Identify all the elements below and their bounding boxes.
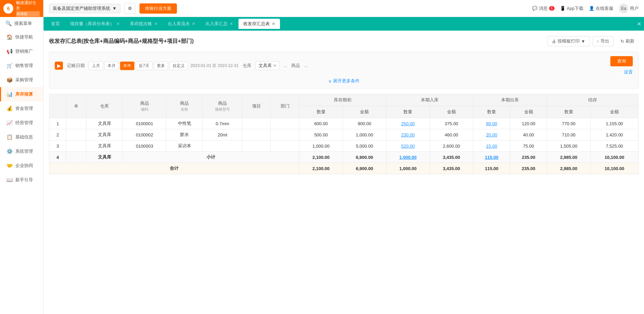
refresh-button[interactable]: ↻ 刷新 [616, 36, 639, 46]
print-button[interactable]: 🖨 按模板打印 ▼ [547, 36, 590, 46]
cell-in-qty[interactable]: 230.00 [386, 129, 430, 141]
th-department: 部门 [271, 94, 299, 118]
tab-stock-dist[interactable]: 现存量（库存分布表） ✕ [65, 19, 125, 29]
sidebar-item-system[interactable]: ⚙️ 系统管理 [0, 144, 43, 159]
tabbar: 首页 现存量（库存分布表） ✕ 库存批次账 ✕ 出入库流水 ✕ 出入库汇总 ✕ … [44, 17, 644, 31]
marketing-icon: 📢 [6, 48, 13, 54]
main-area: 装备及固定资产辅助管理系统 ▼ ⚙ 体验行业方案 💬 消息 6 📱 App下载 … [44, 0, 644, 314]
message-icon: 💬 [532, 6, 538, 11]
cell-out-qty[interactable]: 20.00 [473, 129, 510, 141]
cell-settings [66, 118, 86, 129]
system-name: 装备及固定资产辅助管理系统 [53, 5, 110, 12]
table-row: 3 文具库 0100003 采访本 1,000.00 5,000.00 520.… [49, 141, 639, 152]
cell-sub-in-qty: 1,000.00 [386, 152, 430, 163]
tab-close-icon[interactable]: ✕ [230, 21, 233, 26]
total-open-amt: 6,900.00 [343, 163, 386, 174]
cell-sub-label: 小计 [123, 152, 299, 163]
chevron-down-icon: ▼ [112, 6, 117, 11]
sidebar-item-collab[interactable]: 🤝 企业协同 [0, 159, 43, 173]
date-btn-7days[interactable]: 近7天 [136, 62, 152, 70]
tab-label: 库存批次账 [130, 21, 152, 27]
cell-rownum: 2 [49, 129, 66, 141]
cell-dept [271, 118, 299, 129]
message-badge: 6 [549, 6, 555, 11]
cell-in-qty[interactable]: 250.00 [386, 118, 430, 129]
system-selector[interactable]: 装备及固定资产辅助管理系统 ▼ [49, 4, 120, 13]
search-icon: 🔍 [5, 20, 12, 27]
sidebar-item-purchase[interactable]: 📦 采购管理 [0, 73, 43, 87]
sidebar-item-guide[interactable]: 📖 新手引导 [0, 173, 43, 187]
sidebar: 6 畅捷通好生意 标准版 🔍 搜索菜单 🏠 快捷导航 📢 营销推广 🛒 销售管理… [0, 0, 44, 314]
cell-rownum: 3 [49, 141, 66, 152]
sidebar-item-label: 企业协同 [15, 163, 33, 169]
cell-out-qty[interactable]: 80.00 [473, 118, 510, 129]
cell-out-qty[interactable]: 15.00 [473, 141, 510, 152]
date-btn-custom[interactable]: 自定义 [169, 62, 188, 70]
cell-out-amt: 120.00 [510, 118, 547, 129]
page-title: 收发存汇总表(按仓库+商品编码+商品+规格型号+项目+部门) [49, 38, 194, 45]
date-btn-last-month[interactable]: 上月 [89, 62, 103, 70]
warehouse-more-button[interactable]: ... [284, 63, 287, 68]
tab-inout-summary[interactable]: 出入库汇总 ✕ [201, 19, 238, 29]
th-rownum [49, 94, 66, 118]
tab-home[interactable]: 首页 [46, 19, 65, 29]
filter-expand-button[interactable]: ▶ [55, 62, 63, 70]
cell-in-qty[interactable]: 520.00 [386, 141, 430, 152]
th-bal-qty: 数量 [547, 106, 591, 118]
expand-conditions-button[interactable]: ∨ 展开更多条件 [328, 78, 360, 84]
date-btn-this-year[interactable]: 本年 [120, 62, 134, 70]
sidebar-item-basic[interactable]: 📋 基础信息 [0, 130, 43, 144]
cell-project [242, 118, 271, 129]
tab-recv-send-summary[interactable]: 收发存汇总表 ✕ [238, 19, 280, 29]
message-button[interactable]: 💬 消息 6 [532, 5, 555, 12]
tab-label: 出入库汇总 [205, 21, 228, 27]
settings-link[interactable]: 设置 [624, 69, 633, 75]
filter-row-main: ▶ 记账日期 上月 本月 本年 近7天 更多 自定义 2023-01-01 至 … [55, 56, 633, 75]
tab-close-icon[interactable]: ✕ [154, 21, 158, 26]
sidebar-item-label: 搜索菜单 [14, 20, 32, 27]
print-icon: 🖨 [552, 39, 556, 44]
config-button[interactable]: ⚙ [125, 3, 135, 14]
sidebar-item-marketing[interactable]: 📢 营销推广 [0, 44, 43, 59]
tab-close-icon[interactable]: ✕ [192, 21, 195, 26]
online-service-label: 在线客服 [596, 5, 613, 12]
sidebar-item-inventory[interactable]: 📊 库存核算 [0, 87, 43, 101]
user-button[interactable]: Ea 用户 [619, 4, 639, 13]
sidebar-item-label: 系统管理 [15, 148, 33, 154]
app-logo: 6 畅捷通好生意 标准版 [0, 0, 43, 17]
tab-inout-flow[interactable]: 出入库流水 ✕ [163, 19, 200, 29]
total-in-amt: 3,435.00 [430, 163, 473, 174]
download-icon: 📱 [560, 6, 565, 11]
refresh-icon: ↻ [621, 39, 624, 44]
export-button[interactable]: ↑ 导出 [593, 36, 614, 46]
close-all-tabs-button[interactable]: ✕ [637, 21, 641, 27]
date-btn-more[interactable]: 更多 [154, 62, 168, 70]
tab-batch[interactable]: 库存批次账 ✕ [125, 19, 162, 29]
cell-open-qty: 500.00 [299, 129, 343, 141]
warehouse-tag-close[interactable]: ✕ [273, 63, 277, 68]
cell-warehouse: 文具库 [86, 118, 123, 129]
query-button[interactable]: 查询 [610, 56, 633, 66]
cell-sub-warehouse: 文具库 [86, 152, 123, 163]
tab-label: 收发存汇总表 [243, 21, 270, 27]
date-btn-this-month[interactable]: 本月 [104, 62, 119, 70]
sidebar-item-search[interactable]: 🔍 搜索菜单 [0, 17, 43, 30]
total-in-qty: 1,000.00 [386, 163, 430, 174]
cell-in-amt: 375.00 [430, 118, 473, 129]
cell-sub-open-qty: 2,100.00 [299, 152, 343, 163]
sidebar-item-finance[interactable]: 💰 资金管理 [0, 101, 43, 116]
collab-icon: 🤝 [6, 163, 13, 169]
th-settings[interactable]: ⚙ [66, 94, 86, 118]
trial-button[interactable]: 体验行业方案 [139, 3, 177, 14]
online-service-button[interactable]: 👤 在线客服 [589, 5, 613, 12]
date-range-display: 2023-01-01 至 2023-12-31 [191, 63, 238, 69]
sidebar-item-sales[interactable]: 🛒 销售管理 [0, 59, 43, 73]
sidebar-item-quick-nav[interactable]: 🏠 快捷导航 [0, 30, 43, 44]
goods-more-button[interactable]: ... [304, 63, 308, 68]
sidebar-item-business[interactable]: 📈 经营管理 [0, 116, 43, 130]
tab-close-icon[interactable]: ✕ [272, 21, 275, 26]
app-download-button[interactable]: 📱 App下载 [560, 5, 583, 12]
tab-close-icon[interactable]: ✕ [116, 21, 120, 26]
cell-open-qty: 1,000.00 [299, 141, 343, 152]
sidebar-item-label: 销售管理 [15, 63, 33, 69]
